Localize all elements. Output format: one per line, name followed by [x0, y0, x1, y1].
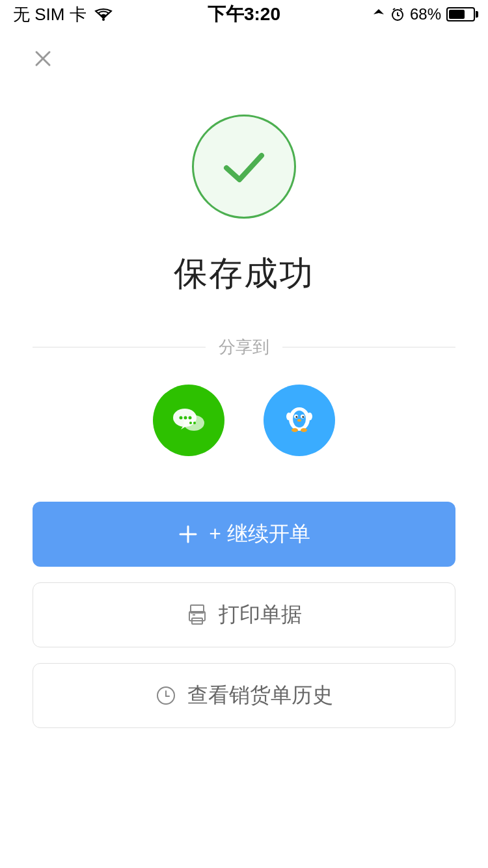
continue-label: + 继续开单 [209, 520, 310, 549]
svg-point-22 [297, 419, 301, 422]
close-button[interactable] [26, 42, 60, 75]
status-bar: 无 SIM 卡 下午3:20 68% [0, 0, 488, 29]
wechat-share-button[interactable] [153, 385, 224, 456]
svg-point-24 [307, 413, 312, 420]
svg-point-25 [291, 428, 298, 432]
continue-button[interactable]: + 继续开单 [33, 502, 455, 567]
history-button[interactable]: 查看销货单历史 [33, 663, 455, 728]
history-label: 查看销货单历史 [187, 681, 333, 710]
svg-point-26 [301, 428, 307, 432]
print-icon [186, 604, 208, 626]
svg-point-14 [193, 422, 196, 424]
svg-point-21 [302, 416, 304, 418]
svg-point-13 [189, 422, 192, 424]
success-title: 保存成功 [174, 251, 314, 297]
svg-point-12 [189, 416, 192, 420]
close-area [0, 29, 488, 82]
success-icon [192, 115, 296, 219]
status-left: 无 SIM 卡 [13, 3, 113, 26]
svg-line-4 [393, 8, 395, 10]
battery-icon [446, 7, 475, 21]
location-icon [372, 8, 385, 21]
alarm-icon [390, 7, 405, 21]
status-time: 下午3:20 [208, 2, 280, 27]
print-button[interactable]: 打印单据 [33, 582, 455, 647]
print-label: 打印单据 [219, 601, 302, 629]
svg-point-0 [102, 18, 105, 21]
wifi-icon [94, 8, 113, 21]
svg-point-20 [295, 416, 297, 418]
history-icon [155, 685, 177, 707]
divider-right [282, 347, 455, 347]
no-sim-label: 无 SIM 卡 [13, 3, 87, 26]
svg-point-11 [184, 416, 187, 420]
share-icons-row [33, 385, 455, 456]
share-label: 分享到 [219, 336, 269, 359]
battery-percent: 68% [410, 5, 441, 23]
divider-left [33, 347, 206, 347]
plus-icon [178, 524, 198, 545]
share-divider-row: 分享到 [33, 336, 455, 359]
svg-point-10 [180, 416, 183, 420]
qq-share-button[interactable] [264, 385, 335, 456]
svg-line-5 [400, 8, 402, 10]
main-content: 保存成功 分享到 [0, 82, 488, 868]
actions: + 继续开单 打印单据 查看销货单历史 [33, 502, 455, 728]
status-right: 68% [372, 5, 475, 23]
share-section: 分享到 [33, 336, 455, 456]
svg-point-23 [286, 413, 291, 420]
